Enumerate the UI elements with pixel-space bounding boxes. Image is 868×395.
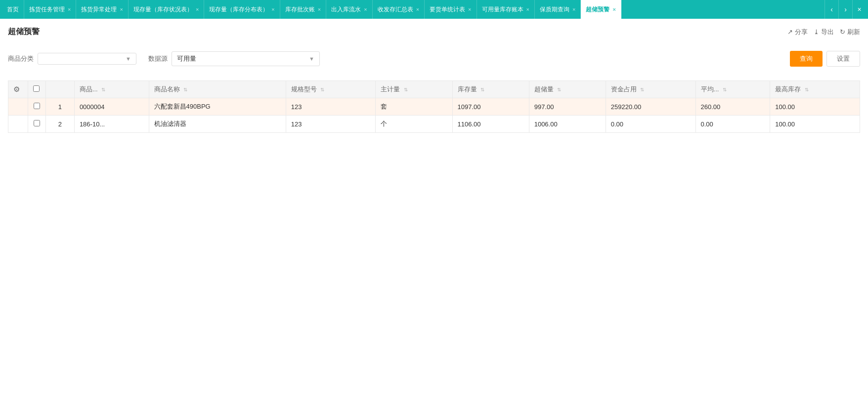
row1-spec: 123 [286, 98, 376, 116]
gear-icon: ⚙ [13, 85, 20, 93]
top-navigation: 首页 拣货任务管理 × 拣货异常处理 × 现存量（库存状况表） × 现存量（库存… [0, 0, 868, 19]
tab-in-out-flow[interactable]: 出入库流水 × [326, 0, 372, 19]
row2-overstock: 1006.00 [529, 116, 606, 133]
datasource-value: 可用量 [177, 54, 196, 63]
th-capital[interactable]: 资金占用 ⇅ [606, 81, 695, 98]
tab-abnormal[interactable]: 拣货异常处理 × [76, 0, 128, 19]
sort-spec-icon: ⇅ [320, 87, 324, 92]
export-icon: ⤓ [814, 28, 819, 36]
row2-avg: 0.00 [695, 116, 770, 133]
data-table: ⚙ 商品... ⇅ 商品名称 ⇅ 规格型号 ⇅ [8, 80, 860, 133]
row2-checkbox[interactable] [34, 120, 40, 126]
category-label: 商品分类 [8, 54, 34, 63]
close-tab-order-stats[interactable]: × [468, 6, 471, 12]
filter-actions: 查询 设置 [790, 51, 860, 67]
filter-datasource: 数据源 可用量 ▼ [148, 51, 320, 66]
refresh-button[interactable]: ↻ 刷新 [840, 28, 860, 37]
close-tab-task-mgmt[interactable]: × [68, 6, 71, 12]
sort-unit-icon: ⇅ [404, 87, 408, 92]
sort-overstock-icon: ⇅ [557, 87, 561, 92]
row2-inventory: 1106.00 [452, 116, 529, 133]
sort-avg-icon: ⇅ [723, 87, 727, 92]
tab-collect-total[interactable]: 收发存汇总表 × [373, 0, 425, 19]
row1-max-stock: 100.00 [770, 98, 860, 116]
row2-settings-cell [8, 116, 28, 133]
th-spec[interactable]: 规格型号 ⇅ [286, 81, 376, 98]
close-tab-inventory-status[interactable]: × [196, 6, 199, 12]
th-inventory[interactable]: 库存量 ⇅ [452, 81, 529, 98]
close-tab-available-account[interactable]: × [526, 6, 529, 12]
nav-arrow-right[interactable]: › [838, 0, 852, 19]
sort-goods-name-icon: ⇅ [183, 87, 187, 92]
nav-arrows: ‹ › × [825, 0, 866, 19]
row2-spec: 123 [286, 116, 376, 133]
datasource-select[interactable]: 可用量 ▼ [172, 51, 320, 66]
category-select[interactable]: ▼ [38, 53, 136, 65]
datasource-label: 数据源 [148, 54, 168, 63]
th-avg[interactable]: 平均... ⇅ [695, 81, 770, 98]
sort-inventory-icon: ⇅ [480, 87, 484, 92]
table-row: 1 0000004 六配套新昌490BPG 123 套 1097.00 997.… [8, 98, 860, 116]
th-index [46, 81, 75, 98]
th-goods-name[interactable]: 商品名称 ⇅ [149, 81, 286, 98]
sort-goods-code-icon: ⇅ [101, 87, 105, 92]
datasource-chevron-icon: ▼ [309, 56, 314, 62]
page-title: 超储预警 [8, 27, 40, 37]
tab-quality-check[interactable]: 保质期查询 × [535, 0, 581, 19]
close-tab-quality-check[interactable]: × [572, 6, 575, 12]
share-button[interactable]: ↗ 分享 [787, 28, 808, 37]
query-button[interactable]: 查询 [790, 51, 823, 67]
row1-overstock: 997.00 [529, 98, 606, 116]
row2-capital: 0.00 [606, 116, 695, 133]
nav-arrow-close[interactable]: × [852, 0, 866, 19]
row2-goods-name: 机油滤清器 [149, 116, 286, 133]
row1-index: 1 [46, 98, 75, 116]
row2-goods-code: 186-10... [74, 116, 149, 133]
filter-category: 商品分类 ▼ [8, 53, 136, 65]
th-max-stock[interactable]: 最高库存 ⇅ [770, 81, 860, 98]
tab-task-mgmt[interactable]: 拣货任务管理 × [24, 0, 76, 19]
filter-area: 商品分类 ▼ 数据源 可用量 ▼ 查询 设置 [8, 45, 860, 73]
page-header: 超储预警 ↗ 分享 ⤓ 导出 ↻ 刷新 [8, 27, 860, 37]
row2-unit: 个 [376, 116, 452, 133]
row1-capital: 259220.00 [606, 98, 695, 116]
row1-unit: 套 [376, 98, 452, 116]
tab-overstock[interactable]: 超储预警 × [581, 0, 621, 19]
row2-checkbox-cell [28, 116, 46, 133]
tab-home[interactable]: 首页 [2, 0, 24, 19]
th-overstock[interactable]: 超储量 ⇅ [529, 81, 606, 98]
th-unit[interactable]: 主计量 ⇅ [376, 81, 452, 98]
row2-index: 2 [46, 116, 75, 133]
row1-goods-name: 六配套新昌490BPG [149, 98, 286, 116]
row2-max-stock: 100.00 [770, 116, 860, 133]
select-all-checkbox[interactable] [33, 85, 40, 92]
row1-avg: 260.00 [695, 98, 770, 116]
page-content: 超储预警 ↗ 分享 ⤓ 导出 ↻ 刷新 商品分类 ▼ 数据源 [0, 19, 868, 395]
th-settings[interactable]: ⚙ [8, 81, 28, 98]
close-tab-collect-total[interactable]: × [416, 6, 419, 12]
tab-batch-account[interactable]: 库存批次账 × [280, 0, 326, 19]
th-goods-code[interactable]: 商品... ⇅ [74, 81, 149, 98]
close-tab-batch-account[interactable]: × [318, 6, 321, 12]
close-tab-inventory-dist[interactable]: × [271, 6, 274, 12]
th-checkbox [28, 81, 46, 98]
sort-capital-icon: ⇅ [640, 87, 644, 92]
export-button[interactable]: ⤓ 导出 [814, 28, 834, 37]
close-tab-overstock[interactable]: × [612, 6, 615, 12]
row1-settings-cell [8, 98, 28, 116]
tab-inventory-dist[interactable]: 现存量（库存分布表） × [204, 0, 280, 19]
row1-checkbox[interactable] [34, 103, 40, 109]
tab-available-account[interactable]: 可用量库存账本 × [477, 0, 535, 19]
table-row: 2 186-10... 机油滤清器 123 个 1106.00 1006.00 … [8, 116, 860, 133]
row1-goods-code: 0000004 [74, 98, 149, 116]
tab-inventory-status[interactable]: 现存量（库存状况表） × [129, 0, 204, 19]
close-tab-in-out-flow[interactable]: × [364, 6, 367, 12]
close-tab-abnormal[interactable]: × [120, 6, 123, 12]
header-actions: ↗ 分享 ⤓ 导出 ↻ 刷新 [787, 28, 860, 37]
row1-checkbox-cell [28, 98, 46, 116]
settings-button[interactable]: 设置 [826, 51, 860, 67]
refresh-icon: ↻ [840, 28, 845, 36]
nav-arrow-left[interactable]: ‹ [825, 0, 838, 19]
tab-order-stats[interactable]: 要货单统计表 × [425, 0, 477, 19]
sort-max-stock-icon: ⇅ [805, 87, 809, 92]
